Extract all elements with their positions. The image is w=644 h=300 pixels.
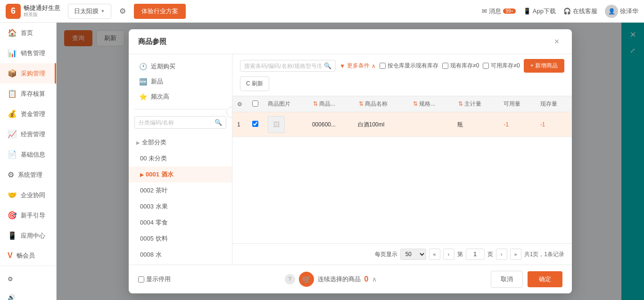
- row-image-cell: 🖼: [263, 112, 307, 137]
- basic-icon: 📄: [8, 150, 17, 159]
- row-checkbox[interactable]: [252, 121, 258, 127]
- collapse-panel-button[interactable]: 《: [226, 107, 232, 118]
- page-number-input[interactable]: [466, 249, 485, 260]
- sales-icon: 📊: [8, 49, 17, 58]
- sidebar-label-inventory: 库存核算: [21, 90, 45, 98]
- service-button[interactable]: 🎧 在线客服: [563, 7, 597, 16]
- collapse-footer-button[interactable]: ∧: [372, 275, 377, 283]
- tab-recent-purchase[interactable]: 🕐 近期购买: [134, 59, 226, 74]
- category-00[interactable]: 00 未分类: [129, 150, 232, 167]
- next-page-button[interactable]: ›: [496, 249, 507, 260]
- guide-icon: 🎯: [8, 211, 17, 220]
- last-page-button[interactable]: »: [510, 249, 521, 260]
- category-0001[interactable]: ▶ 0001 酒水: [129, 167, 232, 183]
- col-name-label: 商品名称: [365, 100, 388, 107]
- per-page-label: 每页显示: [375, 250, 397, 258]
- category-label-0004: 0004 零食: [140, 218, 168, 227]
- table-header-row: ⚙ 商品图片: [232, 96, 572, 112]
- refresh-button[interactable]: C 刷新: [240, 76, 269, 91]
- show-disabled-label[interactable]: 显示停用: [138, 275, 171, 283]
- select-all-checkbox[interactable]: [252, 100, 258, 107]
- sidebar-item-member[interactable]: V 畅会员: [0, 246, 56, 266]
- app-download-button[interactable]: 📱 App下载: [523, 7, 556, 16]
- modal-close-button[interactable]: ×: [551, 36, 562, 47]
- cart-button[interactable]: 🛒: [299, 272, 314, 287]
- modal-left-panel: 🕐 近期购买 🆕 新品 ⭐ 频次高: [129, 54, 232, 265]
- col-spec[interactable]: ⇅ 规格...: [407, 96, 453, 112]
- sidebar-item-guide[interactable]: 🎯 新手引导: [0, 205, 56, 225]
- sidebar-item-sales[interactable]: 📊 销售管理: [0, 43, 56, 63]
- sidebar-item-home[interactable]: 🏠 首页: [0, 23, 56, 43]
- sidebar-settings[interactable]: ⚙: [0, 270, 56, 288]
- sidebar-item-operation[interactable]: 📈 经营管理: [0, 124, 56, 144]
- page-unit: 页: [487, 250, 493, 258]
- product-search-icon[interactable]: 🔍: [324, 62, 331, 69]
- sidebar-item-apps[interactable]: 📱 应用中心: [0, 225, 56, 246]
- settings-icon: ⚙: [8, 275, 13, 283]
- experience-button[interactable]: 体验行业方案: [134, 4, 186, 19]
- col-code[interactable]: ⇅ 商品...: [307, 96, 353, 112]
- check-existing[interactable]: [442, 63, 448, 69]
- prev-page-button[interactable]: ‹: [443, 249, 454, 260]
- gear-button[interactable]: ⚙: [115, 4, 130, 19]
- modal-title: 商品参照: [138, 37, 166, 46]
- check-available-label[interactable]: 可用库存≠0: [483, 62, 520, 70]
- check-existing-text: 现有库存≠0: [450, 62, 479, 70]
- category-0002[interactable]: 0002 茶叶: [129, 183, 232, 199]
- sidebar-item-system[interactable]: ⚙ 系统管理: [0, 165, 56, 185]
- sidebar-item-collab[interactable]: 🤝 企业协同: [0, 185, 56, 205]
- more-filters-button[interactable]: ▼ 更多条件 ∧: [339, 62, 376, 70]
- cancel-button[interactable]: 取消: [491, 271, 523, 288]
- gear-col-icon[interactable]: ⚙: [237, 101, 242, 108]
- product-search-input[interactable]: [244, 63, 322, 69]
- sidebar-item-finance[interactable]: 💰 资金管理: [0, 104, 56, 124]
- sidebar-item-purchase[interactable]: 📦 采购管理: [0, 63, 56, 83]
- logo-icon: 6: [6, 4, 21, 19]
- table-row[interactable]: 1 🖼: [232, 112, 572, 137]
- tab-frequent[interactable]: ⭐ 频次高: [134, 89, 226, 104]
- service-label: 在线客服: [573, 7, 597, 16]
- confirm-button[interactable]: 确定: [528, 271, 562, 287]
- row-code-cell: 000600...: [307, 112, 353, 137]
- col-image[interactable]: 商品图片: [263, 96, 307, 112]
- col-stock: 现存量: [536, 96, 572, 112]
- category-search-input[interactable]: [139, 119, 212, 126]
- footer-left: 显示停用: [138, 275, 171, 283]
- check-existing-label[interactable]: 现有库存≠0: [442, 62, 479, 70]
- finance-icon: 💰: [8, 109, 17, 118]
- per-page-select[interactable]: 50 100 200: [400, 249, 426, 260]
- check-warehouse-label[interactable]: 按仓库显示现有库存: [380, 62, 438, 70]
- check-warehouse[interactable]: [380, 63, 386, 69]
- user-profile[interactable]: 👤 徐泽华: [605, 5, 638, 18]
- filter-arrow: ∧: [372, 63, 376, 69]
- sidebar-sound[interactable]: 🔊: [0, 288, 56, 300]
- messages-button[interactable]: ✉ 消息 99+: [482, 7, 515, 16]
- col-unit[interactable]: ⇅ 主计量: [453, 96, 499, 112]
- sort-icon-unit: ⇅: [458, 100, 463, 107]
- category-0004[interactable]: 0004 零食: [129, 215, 232, 231]
- sidebar-item-inventory[interactable]: 📋 库存核算: [0, 83, 56, 104]
- first-page-button[interactable]: «: [429, 249, 440, 260]
- purchase-icon: 📦: [8, 69, 17, 78]
- category-0005[interactable]: 0005 饮料: [129, 231, 232, 247]
- home-icon: 🏠: [8, 28, 17, 37]
- col-name[interactable]: ⇅ 商品名称: [353, 96, 407, 112]
- check-available[interactable]: [483, 63, 489, 69]
- help-button[interactable]: ?: [285, 274, 295, 284]
- show-disabled-checkbox[interactable]: [138, 276, 144, 283]
- category-0003[interactable]: 0003 水果: [129, 199, 232, 215]
- sidebar-item-basic[interactable]: 📄 基础信息: [0, 144, 56, 165]
- star-icon: ⭐: [139, 93, 147, 100]
- add-product-button[interactable]: + 新增商品: [524, 59, 564, 73]
- category-0008[interactable]: 0008 水: [129, 247, 232, 263]
- category-search-icon[interactable]: 🔍: [215, 119, 222, 126]
- new-icon: 🆕: [139, 78, 147, 85]
- product-table: ⚙ 商品图片: [232, 96, 572, 137]
- category-all[interactable]: ▶ 全部分类: [129, 134, 232, 150]
- nav-dropdown[interactable]: 日太阳膜 ▼: [68, 4, 111, 19]
- sidebar: 🏠 首页 📊 销售管理 📦 采购管理 📋 库存核算 💰 资金管理 📈 经营管理 …: [0, 23, 57, 300]
- row-checkbox-cell[interactable]: [248, 112, 263, 137]
- page-total: 共1页，1条记录: [524, 250, 564, 258]
- category-0010[interactable]: 0010 家电: [129, 263, 232, 265]
- tab-new-products[interactable]: 🆕 新品: [134, 74, 226, 89]
